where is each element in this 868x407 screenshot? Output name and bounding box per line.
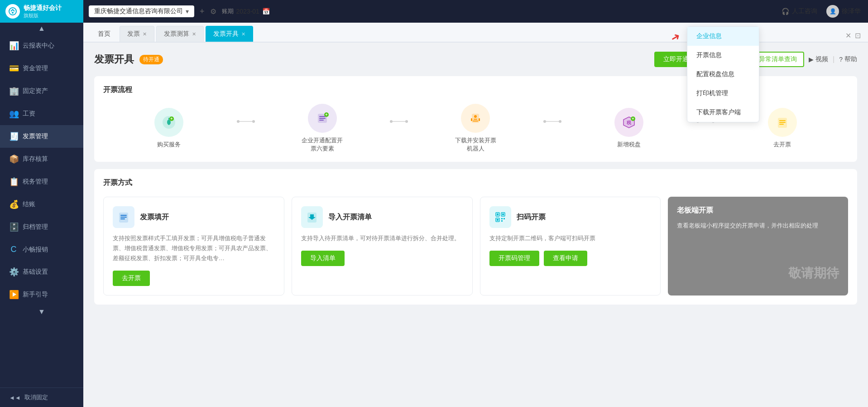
close-window-button[interactable]: ✕ [845,31,851,40]
consultant-button[interactable]: 🎧 人工咨询 [782,7,817,15]
sidebar-item-fixed-assets[interactable]: 🏢 固定资产 [0,80,83,102]
method-fill-desc: 支持按照发票样式手工填开发票；可开具增值税电子普通发票、增值税普通发票、增值税专… [113,233,275,263]
user-profile[interactable]: 👤 徐泽华 [826,5,861,18]
method-fill-icon [113,206,134,228]
methods-section: 开票方式 [94,169,857,305]
fill-invoice-button[interactable]: 去开票 [113,271,150,286]
sidebar-scroll-down[interactable]: ▼ [0,306,83,318]
svg-rect-38 [501,218,503,219]
tab-invoice-issue-label: 发票开具 [213,30,239,38]
sidebar-item-payroll[interactable]: 👥 工资 [0,102,83,125]
boss-card-title: 老板端开票 [677,206,839,215]
method-card-scan: 扫码开票 支持定制开票二维码，客户端可扫码开票 开票码管理 查看申请 [480,197,661,296]
method-scan-header: 扫码开票 [489,206,652,228]
view-application-button[interactable]: 查看申请 [544,251,587,266]
calendar-icon[interactable]: 📅 [262,8,270,15]
sidebar-item-guide[interactable]: ▶️ 新手引导 [0,283,83,306]
period-value: 2023-01 [236,8,259,15]
top-header: 畅捷通好会计 旗舰版 重庆畅捷交通信息咨询有限公司 ▾ + ⚙ 账期 2023-… [0,0,868,23]
sidebar-unpin-button[interactable]: ◄◄ 取消固定 [0,388,83,407]
method-fill-title: 发票填开 [140,213,169,222]
dropdown-printer[interactable]: 打印机管理 [687,84,759,103]
headset-icon: 🎧 [782,8,789,15]
sidebar-item-fund[interactable]: 💳 资金管理 [0,57,83,80]
flow-step-2-icon: + [308,104,337,133]
user-icon: 👤 [830,8,836,15]
sidebar-item-tax[interactable]: 📋 税务管理 [0,170,83,193]
sidebar-item-settlement[interactable]: 💰 结账 [0,193,83,216]
method-scan-desc: 支持定制开票二维码，客户端可扫码开票 [489,233,652,243]
sidebar-item-label: 结账 [23,200,35,208]
flow-step-5-icon [768,108,797,137]
company-name: 重庆畅捷交通信息咨询有限公司 [94,7,183,15]
svg-rect-8 [319,118,326,119]
method-scan-title: 扫码开票 [517,213,546,222]
sidebar-item-label: 库存核算 [23,155,48,163]
abnormal-list-button[interactable]: 异常清单查询 [752,52,804,67]
page-heading: 发票开具 [94,53,134,66]
dropdown-tax-config[interactable]: 配置税盘信息 [687,65,759,84]
cloud-report-icon: 📊 [9,41,18,51]
dropdown-ticket-info[interactable]: 开票信息 [687,46,759,65]
logo-sub-text: 旗舰版 [24,12,62,19]
sidebar-item-label: 税务管理 [23,178,48,186]
sidebar-scroll-up[interactable]: ▲ [0,23,83,34]
method-cards: 发票填开 支持按照发票样式手工填开发票；可开具增值税电子普通发票、增值税普通发票… [103,197,848,296]
tab-home[interactable]: 首页 [91,26,118,42]
sidebar-item-label: 小畅报销 [23,246,48,254]
flow-divider-3 [543,121,561,122]
method-card-fill: 发票填开 支持按照发票样式手工填开发票；可开具增值税电子普通发票、增值税普通发票… [103,197,284,296]
invoice-icon: 🧾 [9,131,18,141]
play-icon: ▶ [809,56,814,63]
flow-step-3: 下载并安装开票机器人 [410,104,542,153]
question-icon: ? [839,56,843,63]
tab-invoice-issue-close[interactable]: ✕ [241,31,245,37]
settlement-icon: 💰 [9,199,18,209]
qrcode-manage-button[interactable]: 开票码管理 [489,251,539,266]
svg-point-13 [474,115,477,118]
company-selector[interactable]: 重庆畅捷交通信息咨询有限公司 ▾ [89,5,194,17]
sidebar-item-label: 归档管理 [23,223,48,231]
flow-step-3-icon [461,104,490,133]
settings-dropdown-menu: 企业信息 开票信息 配置税盘信息 打印机管理 下载开票客户端 [687,26,759,122]
sidebar-item-archive[interactable]: 🗄️ 归档管理 [0,216,83,238]
help-button[interactable]: ? 帮助 [839,55,857,63]
svg-text:+: + [325,112,327,117]
page-title: 发票开具 待开通 [94,53,163,66]
sidebar-item-invoice[interactable]: 🧾 发票管理 [0,125,83,148]
sidebar-item-label: 工资 [23,110,35,118]
header-right: 🎧 人工咨询 👤 徐泽华 [782,5,861,18]
video-button[interactable]: ▶ 视频 [809,55,828,63]
sidebar: ▲ 📊 云报表中心 💳 资金管理 🏢 固定资产 👥 工资 🧾 发票管理 📦 库存… [0,23,83,407]
method-import-icon [301,206,323,228]
method-card-boss: 老板端开票 查看老板端小程序提交的开票申请，并作出相应的处理 敬请期待 [668,197,848,296]
flow-step-4: 税 + 新增税盘 [563,108,695,149]
import-list-button[interactable]: 导入清单 [301,251,345,266]
sidebar-item-report-sales[interactable]: C 小畅报销 [0,238,83,261]
add-company-button[interactable]: + [200,7,205,16]
sidebar-item-label: 发票管理 [23,132,48,141]
dropdown-download-client[interactable]: 下载开票客户端 [687,103,759,122]
company-dropdown-icon: ▾ [186,8,189,15]
tab-invoice-close[interactable]: ✕ [143,31,147,37]
sidebar-item-cloud-report[interactable]: 📊 云报表中心 [0,34,83,57]
consultant-label: 人工咨询 [792,7,817,15]
report-sales-icon: C [9,245,18,254]
svg-rect-36 [502,213,504,215]
sidebar-item-inventory[interactable]: 📦 库存核算 [0,148,83,170]
method-fill-header: 发票填开 [113,206,275,228]
sidebar-item-settings[interactable]: ⚙️ 基础设置 [0,261,83,283]
avatar: 👤 [826,5,839,18]
settings-button[interactable]: ⚙ [210,7,216,16]
svg-rect-15 [473,121,478,121]
tab-invoice-calc[interactable]: 发票测算 ✕ [156,26,204,42]
sidebar-item-label: 云报表中心 [23,42,54,50]
maximize-window-button[interactable]: ⊡ [855,31,861,40]
period-label: 账期 [222,7,234,15]
flow-step-4-label: 新增税盘 [617,141,641,149]
tab-invoice-issue[interactable]: 发票开具 ✕ [206,26,253,42]
dropdown-company-info[interactable]: 企业信息 [687,27,759,46]
video-label: 视频 [815,55,828,63]
tab-invoice[interactable]: 发票 ✕ [120,26,154,42]
tab-invoice-calc-close[interactable]: ✕ [192,31,196,37]
